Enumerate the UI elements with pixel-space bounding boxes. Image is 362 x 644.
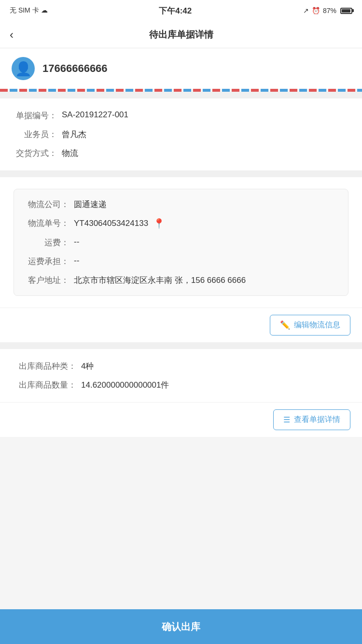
logistics-company-value: 圆通速递 — [74, 199, 336, 210]
delivery-value: 物流 — [62, 148, 348, 159]
freight-row: 运费： -- — [26, 237, 336, 248]
view-details-button[interactable]: ☰ 查看单据详情 — [273, 409, 350, 430]
edit-button-row: ✏️ 编辑物流信息 — [0, 308, 362, 342]
status-time: 下午4:42 — [159, 5, 192, 16]
avatar: 👤 — [12, 57, 35, 80]
customer-header: 👤 17666666666 — [0, 48, 362, 89]
logistics-section: 物流公司： 圆通速递 物流单号： YT43064053424133 📍 运费： … — [0, 177, 362, 308]
confirm-bar[interactable]: 确认出库 — [0, 609, 362, 644]
battery-percent: 87% — [323, 7, 336, 14]
delivery-row: 交货方式： 物流 — [14, 148, 348, 159]
document-info-section: 单据编号： SA-20191227-001 业务员： 曾凡杰 交货方式： 物流 — [0, 98, 362, 170]
document-number-value: SA-20191227-001 — [62, 110, 348, 120]
product-count-label: 出库商品数量： — [14, 379, 76, 391]
view-details-label: 查看单据详情 — [294, 415, 340, 425]
product-count-value: 14.620000000000001件 — [81, 379, 348, 391]
user-icon: 👤 — [15, 61, 32, 77]
battery-icon — [340, 8, 352, 14]
agent-row: 业务员： 曾凡杰 — [14, 129, 348, 140]
status-left: 无 SIM 卡 ☁ — [10, 6, 48, 15]
product-count-row: 出库商品数量： 14.620000000000001件 — [14, 379, 348, 391]
logistics-company-row: 物流公司： 圆通速递 — [26, 199, 336, 210]
nav-bar: ‹ 待出库单据详情 — [0, 21, 362, 48]
product-type-value: 4种 — [81, 361, 348, 372]
document-number-row: 单据编号： SA-20191227-001 — [14, 110, 348, 121]
content-spacer — [0, 437, 362, 524]
edit-icon: ✏️ — [280, 320, 290, 330]
view-details-icon: ☰ — [283, 415, 290, 424]
logistics-card: 物流公司： 圆通速递 物流单号： YT43064053424133 📍 运费： … — [14, 189, 348, 296]
agent-label: 业务员： — [14, 129, 57, 140]
delivery-label: 交货方式： — [14, 148, 57, 159]
tracking-location-icon[interactable]: 📍 — [153, 218, 165, 229]
section-gap-2 — [0, 170, 362, 177]
status-bar: 无 SIM 卡 ☁ 下午4:42 ↗ ⏰ 87% — [0, 0, 362, 21]
logistics-tracking-value: YT43064053424133 📍 — [74, 218, 336, 229]
location-status-icon: ↗ — [303, 7, 309, 14]
agent-value: 曾凡杰 — [62, 129, 348, 140]
logistics-company-label: 物流公司： — [26, 199, 69, 210]
document-number-label: 单据编号： — [14, 110, 57, 121]
edit-button-label: 编辑物流信息 — [294, 320, 340, 330]
confirm-button-label: 确认出库 — [162, 620, 200, 633]
product-type-label: 出库商品种类： — [14, 361, 76, 372]
view-details-row: ☰ 查看单据详情 — [0, 402, 362, 437]
alarm-icon: ⏰ — [312, 7, 320, 14]
back-button[interactable]: ‹ — [6, 24, 17, 45]
freight-bearer-label: 运费承担： — [26, 256, 69, 267]
section-gap-3 — [0, 342, 362, 349]
freight-label: 运费： — [26, 237, 69, 248]
address-value: 北京市市辖区海淀区永丰南 张，156 6666 6666 — [74, 275, 336, 286]
logistics-tracking-row: 物流单号： YT43064053424133 📍 — [26, 218, 336, 229]
logistics-tracking-label: 物流单号： — [26, 218, 69, 229]
quantity-section: 出库商品种类： 4种 出库商品数量： 14.620000000000001件 — [0, 349, 362, 402]
freight-value: -- — [74, 237, 336, 247]
product-type-row: 出库商品种类： 4种 — [14, 361, 348, 372]
page-title: 待出库单据详情 — [149, 28, 213, 41]
edit-logistics-button[interactable]: ✏️ 编辑物流信息 — [270, 315, 350, 336]
address-label: 客户地址： — [26, 275, 69, 286]
freight-bearer-row: 运费承担： -- — [26, 256, 336, 267]
freight-bearer-value: -- — [74, 256, 336, 266]
address-row: 客户地址： 北京市市辖区海淀区永丰南 张，156 6666 6666 — [26, 275, 336, 286]
status-right: ↗ ⏰ 87% — [303, 7, 352, 14]
section-gap-1 — [0, 92, 362, 98]
customer-phone: 17666666666 — [42, 62, 108, 75]
